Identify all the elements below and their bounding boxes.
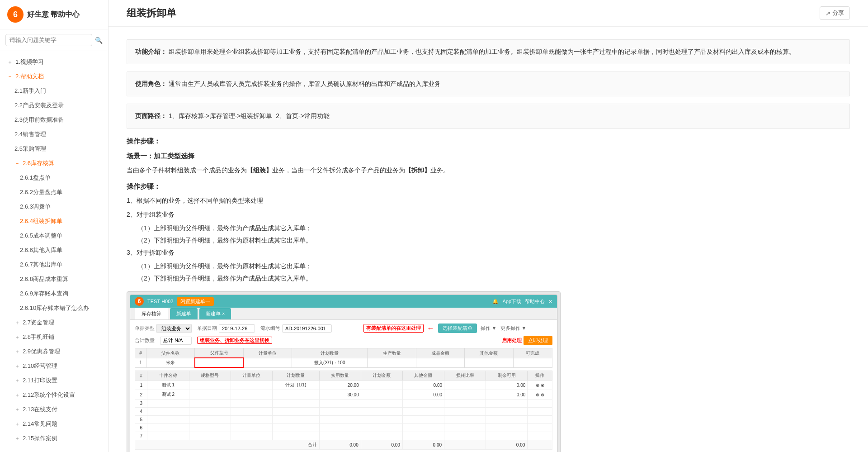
- c2-ops: ⊕ ⊗: [528, 390, 552, 400]
- sidebar-item-cost-adjust[interactable]: 2.6.5成本调整单: [0, 228, 108, 243]
- c6-num: 6: [135, 424, 147, 432]
- page-title: 组装拆卸单: [127, 6, 176, 20]
- c1-plan-amount: [361, 381, 402, 390]
- app-form-area: 单据类型 组装业务 拆卸业务 单据日期 流水编号: [130, 320, 557, 452]
- sidebar-item-stock-query[interactable]: 2.6.9库存账本查询: [0, 286, 108, 301]
- c4-u: [231, 408, 272, 416]
- role-label: 使用角色：: [135, 80, 167, 87]
- parent-table-row-1: 1 米米 投入(X/1)：100: [135, 358, 552, 367]
- sidebar-item-cash[interactable]: ＋ 2.7资金管理: [0, 315, 108, 330]
- tab-inventory[interactable]: 库存核算: [135, 308, 168, 319]
- form-row-2: 合计数量 组装业务、拆卸业务在这里切换 启用处理 立即处理: [135, 336, 552, 345]
- sidebar-item-other-in[interactable]: 2.6.6其他入库单: [0, 243, 108, 257]
- sidebar-item-label: 2.4销售管理: [14, 130, 46, 138]
- date-input[interactable]: [219, 324, 255, 333]
- sidebar-item-docs[interactable]: － 2.帮助文档: [0, 69, 108, 84]
- sidebar-item-video[interactable]: ＋ 1.视频学习: [0, 55, 108, 69]
- c5-lr: [444, 416, 486, 424]
- child-row-7: 7: [135, 432, 552, 440]
- sidebar-item-label: 2.13在线支付: [23, 405, 57, 414]
- row1-unit: [243, 358, 292, 367]
- nav-tree: ＋ 1.视频学习 － 2.帮助文档 2.1新手入门 2.2产品安装及登录 2.3…: [0, 51, 108, 452]
- sidebar-item-data-prep[interactable]: 2.3使用前数据准备: [0, 113, 108, 127]
- role-text: 通常由生产人员或库管人员完成拆装业务的操作，库管人员确认原材料的出库和产成品的入…: [169, 80, 441, 87]
- c1-other-amount: 0.00: [402, 381, 444, 390]
- feature-intro-text: 组装拆卸单用来处理企业组装或拆卸等加工业务，支持有固定装配清单的产品加工业务，也…: [169, 48, 795, 55]
- c4-name: [147, 408, 189, 416]
- sidebar-item-split-stocktake[interactable]: 2.6.2分量盘点单: [0, 185, 108, 200]
- sidebar-item-label: 2.12系统个性化设置: [23, 391, 75, 399]
- sidebar-item-coupon[interactable]: ＋ 2.9优惠券管理: [0, 344, 108, 359]
- col-unit: 计量单位: [243, 348, 292, 358]
- sidebar-item-purchase[interactable]: 2.5采购管理: [0, 142, 108, 156]
- child-col-plan-qty: 计划数量: [272, 371, 319, 381]
- c7-oa: [402, 432, 444, 440]
- tab-new-order-2[interactable]: 新建单 ×: [199, 308, 231, 319]
- sidebar-item-custom[interactable]: ＋ 2.12系统个性化设置: [0, 388, 108, 402]
- top-bar: 组装拆卸单 ↗ 分享: [108, 0, 868, 27]
- order-type-select[interactable]: 组装业务 拆卸业务: [156, 324, 192, 333]
- c1-name: 测试 1: [147, 381, 189, 390]
- step3-sub1: （1）上部明细为父件明细，最终作为原材料生成其它出库单；: [137, 260, 850, 272]
- sidebar-item-print[interactable]: ＋ 2.11打印设置: [0, 373, 108, 388]
- app-title: 好生意 帮助中心: [27, 10, 80, 19]
- sidebar-item-install[interactable]: 2.2产品安装及登录: [0, 98, 108, 113]
- col-other-amount: 其他金额: [465, 348, 513, 358]
- total-input[interactable]: [160, 337, 192, 345]
- col-product-amount: 成品金额: [416, 348, 464, 358]
- sidebar-item-assembly[interactable]: 2.6.4组装拆卸单: [0, 214, 108, 228]
- c4-num: 4: [135, 408, 147, 416]
- parent-table-header: # 父件名称 父件型号 计量单位 计划数量 生产数量 成品金额 其他金额 可完成: [135, 348, 552, 358]
- share-icon: ↗: [826, 10, 830, 17]
- sidebar-item-label: 2.6.8商品成本重算: [20, 275, 68, 283]
- sidebar-item-other-out[interactable]: 2.6.7其他出库单: [0, 257, 108, 272]
- sidebar-item-stock-error[interactable]: 2.6.10库存账本错了怎么办: [0, 301, 108, 315]
- apply-btn[interactable]: 立即处理: [524, 336, 552, 345]
- sidebar-item-inventory[interactable]: － 2.6库存核算: [0, 156, 108, 171]
- sidebar-item-stocktake[interactable]: 2.6.1盘点单: [0, 171, 108, 185]
- child-row-2: 2 测试 2 30.00 0.00 0.00: [135, 390, 552, 400]
- sidebar-item-new-user[interactable]: 2.1新手入门: [0, 84, 108, 98]
- search-input[interactable]: [5, 34, 92, 46]
- col-num: #: [135, 348, 146, 358]
- sidebar-item-online-pay[interactable]: ＋ 2.13在线支付: [0, 402, 108, 417]
- c2-num: 2: [135, 390, 147, 400]
- tab-new-order[interactable]: 新建单: [170, 308, 198, 319]
- sidebar-item-adjust[interactable]: 2.6.3调拨单: [0, 200, 108, 214]
- sidebar-item-ops[interactable]: ＋ 2.10经营管理: [0, 359, 108, 373]
- num-input[interactable]: [282, 324, 332, 333]
- sidebar-item-mobile[interactable]: ＋ 2.8手机旺铺: [0, 330, 108, 344]
- sidebar-item-faq[interactable]: ＋ 2.14常见问题: [0, 417, 108, 431]
- share-button[interactable]: ↗ 分享: [820, 6, 850, 20]
- select-bom-btn[interactable]: 选择装配清单: [438, 324, 477, 333]
- sidebar-item-label: 2.5采购管理: [14, 145, 46, 153]
- c3-num: 3: [135, 400, 147, 408]
- sidebar-item-sales[interactable]: 2.4销售管理: [0, 127, 108, 142]
- c7-aq: [319, 432, 361, 440]
- c5-pq: [272, 416, 319, 424]
- step3: 3、对于拆卸业务: [127, 247, 850, 259]
- plus-icon: ＋: [7, 58, 13, 66]
- parent-detail-table: # 父件名称 父件型号 计量单位 计划数量 生产数量 成品金额 其他金额 可完成: [135, 348, 552, 368]
- new-order-btn[interactable]: 闲置新建单一: [177, 297, 214, 306]
- child-col-model: 规格型号: [189, 371, 231, 381]
- sidebar-item-label: 2.6库存核算: [23, 159, 54, 167]
- c3-pa: [361, 400, 402, 408]
- sidebar-item-label: 2.6.5成本调整单: [20, 232, 62, 240]
- c5-u: [231, 416, 272, 424]
- c6-o: [528, 424, 552, 432]
- sidebar-item-label: 2.6.6其他入库单: [20, 246, 62, 254]
- close-icon[interactable]: ✕: [548, 299, 552, 305]
- footer-label: 合计: [135, 440, 320, 450]
- sidebar-item-label: 2.帮助文档: [15, 72, 44, 81]
- c2-plan-qty: [272, 390, 319, 400]
- sidebar-item-cost-recalc[interactable]: 2.6.8商品成本重算: [0, 272, 108, 286]
- annotation2-text: 组装业务、拆卸业务在这里切换: [197, 337, 272, 344]
- sidebar-item-cases[interactable]: ＋ 2.15操作案例: [0, 431, 108, 446]
- c2-remaining: 0.00: [486, 390, 528, 400]
- col-plan-qty: 计划数量: [292, 348, 368, 358]
- child-row-6: 6: [135, 424, 552, 432]
- c7-name: [147, 432, 189, 440]
- search-icon[interactable]: 🔍: [95, 37, 103, 44]
- c7-r: [486, 432, 528, 440]
